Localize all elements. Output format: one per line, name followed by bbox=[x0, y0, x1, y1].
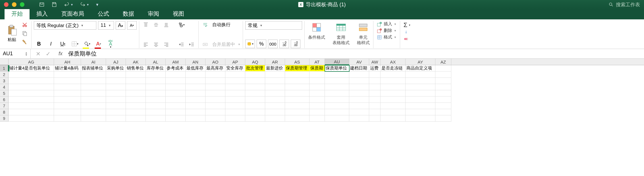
cell-AM3[interactable] bbox=[166, 78, 186, 84]
cell-AQ1[interactable]: 批次管理 bbox=[245, 65, 265, 71]
cell-AH3[interactable] bbox=[54, 78, 81, 84]
cell-AJ7[interactable] bbox=[106, 103, 126, 109]
col-header-AH[interactable]: AH bbox=[54, 59, 81, 65]
cell-AN3[interactable] bbox=[186, 78, 205, 84]
cell-AL7[interactable] bbox=[146, 103, 166, 109]
cell-AO5[interactable] bbox=[205, 90, 225, 97]
cell-AS5[interactable] bbox=[285, 90, 309, 97]
ribbon-tab-5[interactable]: 审阅 bbox=[141, 8, 166, 19]
cell-AV4[interactable] bbox=[349, 84, 369, 90]
cell-AG2[interactable] bbox=[9, 71, 54, 78]
cell-AU7[interactable] bbox=[325, 103, 349, 109]
cell-AR2[interactable] bbox=[265, 71, 285, 78]
fill-button[interactable] bbox=[402, 30, 412, 35]
cell-AK3[interactable] bbox=[126, 78, 146, 84]
cell-AI9[interactable] bbox=[81, 115, 106, 122]
cell-AO7[interactable] bbox=[205, 103, 225, 109]
redo-button[interactable]: ▼ bbox=[80, 1, 89, 8]
cell-AL8[interactable] bbox=[146, 109, 166, 115]
cell-AV5[interactable] bbox=[349, 90, 369, 97]
cell-AI6[interactable] bbox=[81, 97, 106, 103]
ribbon-tab-1[interactable]: 插入 bbox=[30, 8, 55, 19]
cell-AL2[interactable] bbox=[146, 71, 166, 78]
align-left-button[interactable] bbox=[142, 41, 150, 48]
format-as-table-button[interactable]: 套用 表格格式 bbox=[331, 21, 351, 46]
name-box[interactable]: AU1▲▼ bbox=[0, 49, 31, 58]
cell-AK9[interactable] bbox=[126, 115, 146, 122]
cell-AH8[interactable] bbox=[54, 109, 81, 115]
cell-AM9[interactable] bbox=[166, 115, 186, 122]
cell-AZ2[interactable] bbox=[435, 71, 451, 78]
cell-AO6[interactable] bbox=[205, 97, 225, 103]
increase-indent-button[interactable] bbox=[188, 41, 196, 48]
cell-styles-button[interactable]: 单元 格样式 bbox=[356, 21, 371, 46]
cell-AG8[interactable] bbox=[9, 109, 54, 115]
underline-button[interactable]: U ▾ bbox=[58, 40, 68, 48]
cell-AP2[interactable] bbox=[225, 71, 245, 78]
increase-font-button[interactable]: A▴ bbox=[116, 21, 125, 30]
cell-AG3[interactable] bbox=[9, 78, 54, 84]
undo-button[interactable]: ▼ bbox=[64, 1, 73, 8]
cell-AP1[interactable]: 安全库存 bbox=[225, 65, 245, 71]
cell-AV1[interactable]: 建档日期 bbox=[349, 65, 369, 71]
col-header-AP[interactable]: AP bbox=[225, 59, 245, 65]
cell-AI1[interactable]: 报表辅单位 bbox=[81, 65, 106, 71]
cell-AN6[interactable] bbox=[186, 97, 205, 103]
align-top-button[interactable] bbox=[142, 21, 150, 28]
cell-AQ4[interactable] bbox=[245, 84, 265, 90]
cell-AS2[interactable] bbox=[285, 71, 309, 78]
accept-formula-button[interactable]: ✓ bbox=[46, 50, 51, 57]
close-window-button[interactable] bbox=[4, 2, 9, 7]
align-right-button[interactable] bbox=[162, 41, 171, 48]
cell-AV7[interactable] bbox=[349, 103, 369, 109]
col-header-AN[interactable]: AN bbox=[186, 59, 205, 65]
cell-AX4[interactable] bbox=[381, 84, 406, 90]
cell-AQ5[interactable] bbox=[245, 90, 265, 97]
cell-AZ8[interactable] bbox=[435, 109, 451, 115]
cell-AX2[interactable] bbox=[381, 71, 406, 78]
cell-AM1[interactable]: 参考成本 bbox=[166, 65, 186, 71]
col-header-AT[interactable]: AT bbox=[309, 59, 325, 65]
cell-AY4[interactable] bbox=[406, 84, 435, 90]
orientation-button[interactable]: ab▾ bbox=[177, 21, 186, 28]
cell-AT8[interactable] bbox=[309, 109, 325, 115]
cell-AW6[interactable] bbox=[369, 97, 381, 103]
phonetic-button[interactable]: abcA▾ bbox=[105, 40, 116, 48]
cell-AX9[interactable] bbox=[381, 115, 406, 122]
col-header-AG[interactable]: AG bbox=[9, 59, 54, 65]
cell-AU9[interactable] bbox=[325, 115, 349, 122]
cell-AN4[interactable] bbox=[186, 84, 205, 90]
cell-AW7[interactable] bbox=[369, 103, 381, 109]
qat-customize-button[interactable]: ▼ bbox=[95, 3, 99, 7]
cell-AH1[interactable]: 辅计量4条码 bbox=[54, 65, 81, 71]
cell-AT5[interactable] bbox=[309, 90, 325, 97]
cell-AG6[interactable] bbox=[9, 97, 54, 103]
cell-AY5[interactable] bbox=[406, 90, 435, 97]
cell-AN8[interactable] bbox=[186, 109, 205, 115]
merge-center-button[interactable] bbox=[201, 41, 209, 48]
cell-AV9[interactable] bbox=[349, 115, 369, 122]
cell-AM7[interactable] bbox=[166, 103, 186, 109]
ribbon-tab-3[interactable]: 公式 bbox=[91, 8, 116, 19]
cell-AM8[interactable] bbox=[166, 109, 186, 115]
cell-AV6[interactable] bbox=[349, 97, 369, 103]
cell-AU1[interactable]: 保质期单位 bbox=[325, 65, 349, 71]
col-header-AY[interactable]: AY bbox=[406, 59, 435, 65]
cell-AT7[interactable] bbox=[309, 103, 325, 109]
cell-AY6[interactable] bbox=[406, 97, 435, 103]
col-header-AQ[interactable]: AQ bbox=[245, 59, 265, 65]
cell-AW8[interactable] bbox=[369, 109, 381, 115]
cell-AY8[interactable] bbox=[406, 109, 435, 115]
cell-AK7[interactable] bbox=[126, 103, 146, 109]
cell-AK8[interactable] bbox=[126, 109, 146, 115]
decrease-font-button[interactable]: A▾ bbox=[127, 21, 137, 30]
cell-AI2[interactable] bbox=[81, 71, 106, 78]
cell-AK4[interactable] bbox=[126, 84, 146, 90]
cell-AS4[interactable] bbox=[285, 84, 309, 90]
delete-cells-button[interactable]: 删除▼ bbox=[376, 28, 398, 34]
cell-AJ5[interactable] bbox=[106, 90, 126, 97]
cell-AM2[interactable] bbox=[166, 71, 186, 78]
formula-input[interactable] bbox=[65, 49, 644, 58]
cell-AS9[interactable] bbox=[285, 115, 309, 122]
cell-AG4[interactable] bbox=[9, 84, 54, 90]
